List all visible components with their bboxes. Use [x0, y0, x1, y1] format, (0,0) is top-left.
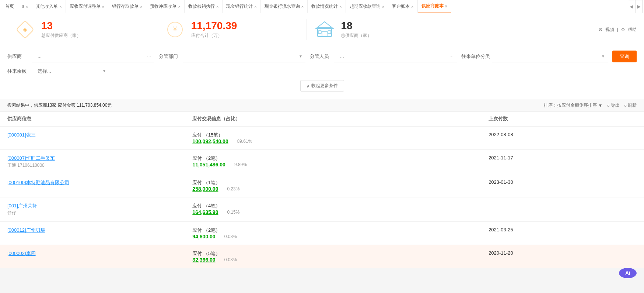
balance-dropdown-arrow[interactable]: ▼ [102, 69, 106, 73]
supplier-name-2[interactable]: [000007]恒旺二手叉车 [7, 155, 192, 162]
transaction-cell-3: 应付 （1笔） 258,000.00 0.23% [192, 179, 489, 192]
table-header: 供应商信息 应付交易信息（占比） 上次付数 [0, 112, 644, 127]
close-tab-receipt-stat[interactable]: × [339, 4, 342, 9]
payable-suppliers-label: 总应付供应商（家） [41, 32, 81, 39]
supplier-input[interactable] [35, 52, 147, 61]
header-transaction-info: 应付交易信息（占比） [192, 116, 489, 122]
last-pay-date-6: 2020-11-20 [489, 250, 513, 256]
help-link[interactable]: 帮助 [628, 27, 637, 33]
supplier-sub-4: 仔仔 [7, 210, 192, 216]
lastpay-cell-1: 2022-08-08 [489, 132, 637, 137]
nav-tab-cash-bank-flow[interactable]: 现金银行流水查询 × [261, 0, 308, 13]
trans-amount-5[interactable]: 94,600.00 [192, 234, 215, 239]
close-tab-overdue-ar[interactable]: × [382, 4, 384, 9]
trans-amount-1[interactable]: 100,092,540.00 [192, 138, 228, 144]
supplier-dots: ··· [147, 54, 151, 59]
trans-percent-6: 0.03% [224, 257, 237, 262]
store-icon [314, 19, 335, 40]
close-tab-cash-bank-stat[interactable]: × [254, 4, 256, 9]
nav-tab-home[interactable]: 首页 [1, 0, 18, 13]
trans-percent-2: 9.89% [234, 162, 247, 167]
dept-input[interactable] [186, 52, 299, 61]
refresh-icon: ○ [624, 103, 627, 108]
sort-label: 排序：按应付余额倒序排序 [544, 102, 597, 108]
video-link[interactable]: 视频 [605, 27, 614, 33]
nav-tab-ar-ap-adjust[interactable]: 应收应付调整单 × [66, 0, 108, 13]
supplier-cell-2: [000007]恒旺二手叉车 王通 17106110000 [7, 155, 192, 169]
filter-row-2: 往来余额 ▼ [7, 65, 96, 77]
ai-button[interactable]: Ai [619, 268, 637, 268]
close-tab-supplier-book[interactable]: × [445, 4, 447, 8]
nav-tab-overdue-ar[interactable]: 超期应收款查询 × [346, 0, 388, 13]
lastpay-cell-6: 2020-11-20 [489, 250, 637, 256]
nav-tab-cash-bank-stat[interactable]: 现金银行统计 × [223, 0, 260, 13]
export-button[interactable]: ○ 导出 [607, 102, 620, 108]
filter-area: 供应商 ··· 分管部门 ▼ 分管人员 ··· 往来单位分类 [0, 46, 644, 99]
amount-icon: ¥ [165, 19, 185, 40]
close-tab-other-income[interactable]: × [59, 4, 62, 9]
category-dropdown-arrow[interactable]: ▼ [601, 54, 605, 58]
table-row: [000002]李四 应付 （5笔） 32,366.00 0.03% 2020-… [0, 245, 644, 268]
collapse-button[interactable]: ∧ 收起更多条件 [300, 80, 344, 92]
last-pay-date-3: 2023-01-30 [489, 179, 513, 185]
supplier-name-3[interactable]: [000100]本特勤油品有限公司 [7, 179, 192, 186]
supplier-name-5[interactable]: [000012]广州贝瑞 [7, 227, 192, 234]
supplier-sub-2: 王通 17106110000 [7, 162, 192, 169]
dept-dropdown-arrow[interactable]: ▼ [299, 54, 302, 58]
trans-type-1: 应付 （15笔） [192, 132, 223, 138]
trans-percent-5: 0.08% [224, 234, 237, 239]
person-input[interactable] [337, 52, 449, 61]
supplier-name-6[interactable]: [000002]李四 [7, 250, 192, 257]
nav-tab-customer-book[interactable]: 客户账本 × [388, 0, 417, 13]
payable-suppliers-text: 13 总应付供应商（家） [41, 21, 81, 39]
filter-person: 分管人员 ··· [310, 51, 457, 62]
nav-tab-receipt-stat[interactable]: 收款情况统计 × [308, 0, 346, 13]
nav-tab-receipt-verify[interactable]: 收款核销执行 × [185, 0, 223, 13]
category-input[interactable] [495, 52, 602, 61]
supplier-filter-label: 供应商 [7, 53, 29, 60]
trans-amount-2[interactable]: 11,051,486.00 [192, 162, 225, 168]
total-suppliers-label: 总供应商（家） [341, 32, 372, 39]
table-row: [000100]本特勤油品有限公司 应付 （1笔） 258,000.00 0.2… [0, 174, 644, 197]
nav-arrows: ◀ ▶ [628, 0, 643, 13]
close-tab-bank-deposit[interactable]: × [140, 4, 142, 9]
dept-input-wrapper: ▼ [183, 51, 306, 62]
close-tab-cash-bank-flow[interactable]: × [301, 4, 304, 9]
lastpay-cell-3: 2023-01-30 [489, 179, 637, 185]
payable-amount-text: 11,170.39 应付合计（万） [191, 21, 237, 39]
nav-tab-supplier-book[interactable]: 供应商账本 × [418, 0, 451, 13]
supplier-name-4[interactable]: [001]广州荣轩 [7, 203, 192, 209]
svg-rect-7 [318, 31, 321, 34]
close-tab-ar-ap-adjust[interactable]: × [102, 4, 104, 9]
trans-amount-3[interactable]: 258,000.00 [192, 186, 218, 192]
trans-amount-6[interactable]: 32,366.00 [192, 257, 215, 263]
close-tab-advance-ar[interactable]: × [178, 4, 180, 9]
balance-filter-label: 往来余额 [7, 68, 29, 75]
trans-type-6: 应付 （5笔） [192, 250, 220, 257]
payable-suppliers-number: 13 [41, 21, 81, 31]
close-tab-3[interactable]: × [26, 4, 28, 9]
search-button[interactable]: 查询 [612, 51, 637, 62]
supplier-cell-4: [001]广州荣轩 仔仔 [7, 203, 192, 216]
nav-tab-bank-deposit[interactable]: 银行存取款单 × [108, 0, 146, 13]
nav-next-arrow[interactable]: ▶ [635, 0, 643, 13]
trans-amount-4[interactable]: 164,635.90 [192, 209, 218, 215]
filter-dept: 分管部门 ▼ [159, 51, 306, 62]
refresh-button[interactable]: ○ 刷新 [624, 102, 637, 108]
balance-select[interactable] [35, 67, 102, 75]
close-tab-receipt-verify[interactable]: × [216, 4, 218, 9]
table-row: [001]广州荣轩 仔仔 应付 （4笔） 164,635.90 0.15% [0, 197, 644, 222]
close-tab-customer-book[interactable]: × [411, 4, 413, 9]
chevron-up-icon: ∧ [307, 83, 310, 89]
table-row: [000012]广州贝瑞 应付 （2笔） 94,600.00 0.08% 202… [0, 222, 644, 245]
nav-tab-advance-ar[interactable]: 预收冲应收单 × [146, 0, 184, 13]
sort-select[interactable]: 排序：按应付余额倒序排序 ▼ [544, 102, 603, 108]
stat-total-suppliers: 18 总供应商（家） [307, 19, 591, 40]
nav-prev-arrow[interactable]: ◀ [628, 0, 635, 13]
supplier-cell-5: [000012]广州贝瑞 [7, 227, 192, 234]
supplier-cell-1: [000001]张三 [7, 132, 192, 138]
supplier-name-1[interactable]: [000001]张三 [7, 132, 192, 138]
nav-tab-other-income[interactable]: 其他收入单 × [32, 0, 66, 13]
nav-tab-3[interactable]: 3 × [18, 0, 32, 13]
trans-type-3: 应付 （1笔） [192, 179, 220, 186]
